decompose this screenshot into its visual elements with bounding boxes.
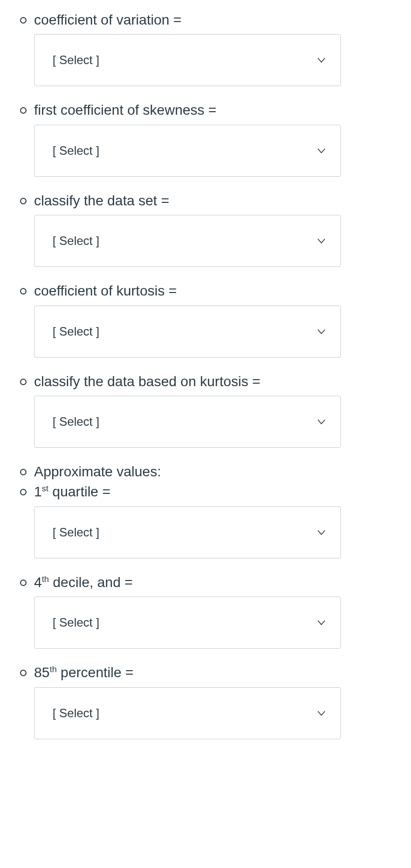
list-item: first coefficient of skewness = [ Select… <box>20 100 411 176</box>
list-item: classify the data based on kurtosis = [ … <box>20 372 411 448</box>
item-label: classify the data based on kurtosis = <box>34 372 411 391</box>
chevron-down-icon <box>316 417 326 427</box>
select-dropdown[interactable]: [ Select ] <box>34 34 341 86</box>
item-label: Approximate values: <box>34 462 411 481</box>
list-item: 1st quartile = [ Select ] <box>20 482 411 558</box>
item-label: 4th decile, and = <box>34 572 411 592</box>
select-dropdown[interactable]: [ Select ] <box>34 306 341 358</box>
select-dropdown[interactable]: [ Select ] <box>34 215 341 267</box>
list-item: 85th percentile = [ Select ] <box>20 663 411 739</box>
select-dropdown[interactable]: [ Select ] <box>34 597 341 649</box>
select-placeholder: [ Select ] <box>53 53 99 67</box>
select-placeholder: [ Select ] <box>53 525 99 539</box>
list-item: Approximate values: <box>20 462 411 481</box>
chevron-down-icon <box>316 55 326 65</box>
chevron-down-icon <box>316 327 326 337</box>
item-label: coefficient of variation = <box>34 10 411 29</box>
select-placeholder: [ Select ] <box>53 706 99 720</box>
select-placeholder: [ Select ] <box>53 616 99 630</box>
select-placeholder: [ Select ] <box>53 234 99 248</box>
select-dropdown[interactable]: [ Select ] <box>34 506 341 558</box>
list-item: coefficient of kurtosis = [ Select ] <box>20 281 411 357</box>
select-placeholder: [ Select ] <box>53 325 99 339</box>
list-item: classify the data set = [ Select ] <box>20 191 411 267</box>
select-dropdown[interactable]: [ Select ] <box>34 396 341 448</box>
item-label: coefficient of kurtosis = <box>34 281 411 300</box>
chevron-down-icon <box>316 146 326 156</box>
item-label: first coefficient of skewness = <box>34 100 411 119</box>
list-item: 4th decile, and = [ Select ] <box>20 572 411 649</box>
item-label: classify the data set = <box>34 191 411 210</box>
chevron-down-icon <box>316 618 326 628</box>
select-placeholder: [ Select ] <box>53 415 99 429</box>
item-label: 85th percentile = <box>34 663 411 682</box>
select-placeholder: [ Select ] <box>53 144 99 158</box>
question-list: coefficient of variation = [ Select ] fi… <box>0 10 411 739</box>
select-dropdown[interactable]: [ Select ] <box>34 125 341 177</box>
chevron-down-icon <box>316 708 326 718</box>
chevron-down-icon <box>316 527 326 537</box>
item-label: 1st quartile = <box>34 482 411 501</box>
select-dropdown[interactable]: [ Select ] <box>34 687 341 739</box>
chevron-down-icon <box>316 236 326 246</box>
list-item: coefficient of variation = [ Select ] <box>20 10 411 86</box>
